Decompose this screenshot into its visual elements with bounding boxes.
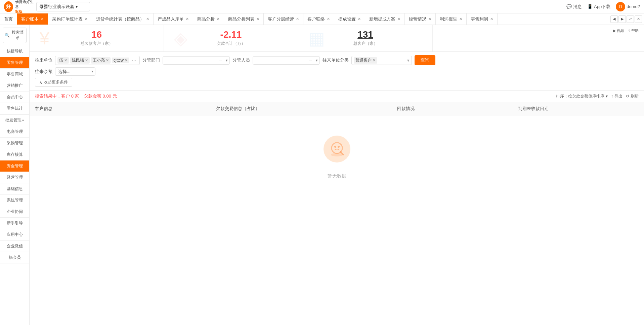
message-button[interactable]: 💬 消息: [566, 4, 582, 10]
tab-close-icon[interactable]: ✕: [146, 17, 149, 21]
tab-close-icon[interactable]: ✕: [459, 17, 462, 21]
col-customer-info: 客户信息: [35, 106, 216, 112]
tab-customer-contact[interactable]: 客户联络 ✕: [303, 13, 334, 25]
sidebar-item-batch-mgmt[interactable]: 批发管理 ▾: [0, 115, 29, 126]
tab-product-analysis-list[interactable]: 商品分析列表 ✕: [224, 13, 264, 25]
tag-close-icon[interactable]: ✕: [85, 58, 88, 63]
unit-class-filter-group[interactable]: 普通客户 ✕ ▾: [351, 56, 412, 65]
message-icon: 💬: [566, 4, 572, 9]
search-menu-button[interactable]: 🔍 搜索菜单: [3, 28, 27, 43]
tab-close-icon[interactable]: ✕: [41, 17, 44, 21]
tab-product-analysis[interactable]: 商品分析 ✕: [193, 13, 224, 25]
unit-class-tag[interactable]: 普通客户 ✕: [354, 57, 377, 64]
person-clear-icon[interactable]: ···: [309, 58, 312, 62]
company-select[interactable]: 母婴行业演示账套 ▾: [36, 2, 90, 11]
unit-filter-tag-group[interactable]: 伍 ✕ 陈民强 ✕ 王小亮 ✕ cjttcw ✕ ···: [55, 56, 140, 65]
sidebar-item-retail-mall[interactable]: 零售商城: [0, 69, 29, 80]
top-bar-left: 好 畅捷通好生意 标版 母婴行业演示账套 ▾: [4, 0, 90, 14]
tag-close-icon[interactable]: ✕: [106, 58, 109, 63]
user-avatar-button[interactable]: D demo2: [616, 2, 640, 11]
tab-retail-profit[interactable]: 零售利润 ✕: [467, 13, 498, 25]
sidebar-item-marketing[interactable]: 营销推广: [0, 80, 29, 92]
sidebar-item-app-center[interactable]: 应用中心: [0, 229, 29, 241]
unit-tag-cjttcw[interactable]: cjttcw ✕: [112, 58, 129, 63]
tag-close-icon[interactable]: ✕: [373, 58, 376, 63]
stat-number-debit-amount: -2.11: [220, 30, 242, 39]
refresh-button[interactable]: ↺ 刷新: [626, 94, 639, 99]
phone-icon: 📱: [587, 4, 593, 9]
tag-close-icon[interactable]: ✕: [64, 58, 67, 63]
tab-close-icon[interactable]: ✕: [358, 17, 361, 21]
tab-profit-report[interactable]: 利润报告 ✕: [436, 13, 467, 25]
sidebar-item-member-center[interactable]: 会员中心: [0, 92, 29, 103]
table-section: 搜索结果中，客户 0 家 欠款金额 0.00 元 排序：按欠款金额倒序排序 ▾ …: [30, 91, 644, 325]
collapse-button[interactable]: ∧ 收起更多条件: [35, 78, 72, 87]
tab-close-icon[interactable]: ✕: [186, 17, 189, 21]
more-tags-button[interactable]: ···: [131, 58, 137, 63]
tab-close-icon[interactable]: ✕: [490, 17, 493, 21]
unit-tag-wang[interactable]: 王小亮 ✕: [91, 57, 111, 64]
tab-close-icon[interactable]: ✕: [217, 17, 220, 21]
svg-point-3: [338, 146, 340, 148]
sidebar-item-ops-mgmt[interactable]: 经营管理: [0, 172, 29, 183]
tab-close-icon[interactable]: ✕: [85, 17, 88, 21]
logo-text: 畅捷通好生意 标版: [15, 0, 34, 14]
table-empty-state: 暂无数据: [30, 115, 644, 200]
tab-close-icon[interactable]: ✕: [428, 17, 431, 21]
stat-label-debit-customers: 总欠款客户（家）: [81, 41, 113, 46]
tab-expand-button[interactable]: ⤢: [627, 15, 634, 23]
tab-next-button[interactable]: ▶: [618, 15, 626, 23]
table-header: 客户信息 欠款交易信息（占比） 回款情况 到期未收款日期: [30, 102, 644, 115]
balance-select[interactable]: 选择...: [55, 67, 95, 76]
toolbar-right: 排序：按欠款金额倒序排序 ▾ ↑ 导出 ↺ 刷新: [556, 94, 639, 99]
dept-clear-icon[interactable]: ···: [219, 58, 222, 62]
sidebar-quick-nav[interactable]: 快捷导航: [0, 46, 29, 57]
sidebar-item-retail-stat[interactable]: 零售统计: [0, 103, 29, 114]
tab-home[interactable]: 首页: [0, 13, 17, 25]
sort-select[interactable]: 排序：按欠款金额倒序排序 ▾: [556, 94, 608, 99]
col-due-date: 到期未收款日期: [518, 106, 639, 112]
tab-close-icon[interactable]: ✕: [397, 17, 400, 21]
export-button[interactable]: ↑ 导出: [611, 94, 622, 99]
tab-close-icon[interactable]: ✕: [327, 17, 330, 21]
query-button[interactable]: 查询: [415, 55, 435, 65]
sidebar-item-enterprise-wechat[interactable]: 企业微信: [0, 241, 29, 252]
tab-product-inbound[interactable]: 产成品入库单 ✕: [154, 13, 193, 25]
tab-customer-tier[interactable]: 客户分层经营 ✕: [264, 13, 303, 25]
export-icon: ↑: [611, 94, 613, 99]
tab-customer-account[interactable]: 客户账本 ✕: [17, 13, 48, 25]
tab-bar: 首页 客户账本 ✕ 采购订单统计表 ✕ 进货单统计表（按商品） ✕ 产成品入库单…: [0, 13, 644, 25]
tag-close-icon[interactable]: ✕: [125, 58, 128, 63]
chevron-down-icon: ▾: [22, 118, 24, 122]
unit-tag-chen[interactable]: 陈民强 ✕: [70, 57, 90, 64]
sidebar-item-purchase-mgmt[interactable]: 采购管理: [0, 138, 29, 149]
help-button[interactable]: ? 帮助: [628, 28, 639, 33]
app-download-button[interactable]: 📱 App下载: [587, 4, 610, 10]
tab-business-status[interactable]: 经营情况 ✕: [405, 13, 436, 25]
sidebar-item-sys-mgmt[interactable]: 系统管理: [0, 195, 29, 206]
filter-row-1: 往来单位 伍 ✕ 陈民强 ✕ 王小亮 ✕ cjttcw: [35, 55, 639, 65]
tab-commission-setting[interactable]: 提成设置 ✕: [334, 13, 365, 25]
sidebar-item-fund-mgmt[interactable]: 资金管理: [0, 160, 29, 172]
sidebar-item-inventory[interactable]: 库存核算: [0, 149, 29, 160]
tab-purchase-order[interactable]: 采购订单统计表 ✕: [48, 13, 92, 25]
tab-close-icon[interactable]: ✕: [256, 17, 259, 21]
tab-close-icon[interactable]: ✕: [296, 17, 299, 21]
video-help-button[interactable]: ▶ 视频: [613, 28, 624, 33]
sidebar: 🔍 搜索菜单 快捷导航 零售管理 零售商城 营销推广 会员中心 零售统计 批发管…: [0, 25, 30, 325]
stat-label-total-customers: 总客户（家）: [353, 41, 378, 46]
sidebar-item-vip-member[interactable]: 畅会员: [0, 252, 29, 263]
stat-label-debit-amount: 欠款合计（万）: [217, 41, 245, 46]
unit-tag-wu[interactable]: 伍 ✕: [57, 57, 69, 64]
content-area: ▶ 视频 ? 帮助 ¥ 16 总欠款客户（家） ◈ -2.11 欠款合计（万） …: [30, 25, 644, 325]
sidebar-item-basic-info[interactable]: 基础信息: [0, 183, 29, 195]
sidebar-item-retail-mgmt[interactable]: 零售管理: [0, 57, 29, 69]
tab-inbound-stat[interactable]: 进货单统计表（按商品） ✕: [92, 13, 154, 25]
tab-close-all-button[interactable]: ✕: [635, 15, 642, 23]
sidebar-item-new-guide[interactable]: 新手引导: [0, 218, 29, 229]
sidebar-item-ecom-mgmt[interactable]: 电商管理: [0, 126, 29, 138]
sidebar-item-enterprise-coop[interactable]: 企业协同: [0, 206, 29, 218]
tab-new-commission[interactable]: 新增提成方案 ✕: [365, 13, 405, 25]
stat-total-customers: ▦ 131 总客户（家）: [298, 25, 433, 51]
tab-prev-button[interactable]: ◀: [610, 15, 618, 23]
